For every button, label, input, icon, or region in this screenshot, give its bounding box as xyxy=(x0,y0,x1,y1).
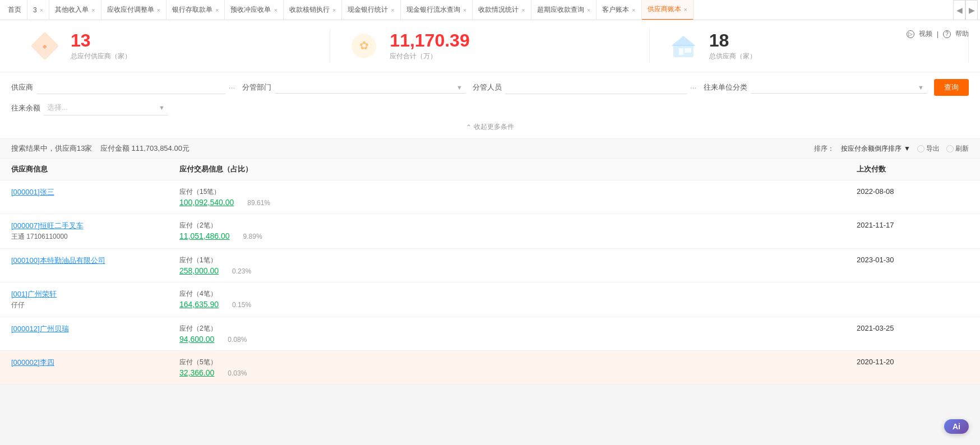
collapse-button[interactable]: ⌃ 收起更多条件 xyxy=(11,120,969,132)
nav-tab-3-label: 3 xyxy=(33,6,37,14)
payable-label: 应付（1笔） xyxy=(179,256,857,265)
last-pay-cell: 2023-01-30 xyxy=(857,256,969,264)
payable-label: 应付（4笔） xyxy=(179,289,857,299)
rice-icon: ✿ xyxy=(347,29,381,63)
refresh-button[interactable]: 刷新 xyxy=(946,144,969,154)
nav-tab-customer-account[interactable]: 客户账本 × xyxy=(597,0,641,20)
payable-amount[interactable]: 11,051,486.00 xyxy=(179,231,230,240)
last-pay-date: 2022-08-08 xyxy=(857,187,894,196)
supplier-link[interactable]: [000002]李四 xyxy=(11,358,179,368)
query-button[interactable]: 查询 xyxy=(934,79,969,96)
top-right-links: ▷ 视频 | ? 帮助 xyxy=(907,29,969,39)
nav-tab-cash-bank-stat-close[interactable]: × xyxy=(391,7,394,13)
table-header: 供应商信息 应付交易信息（占比） 上次付数 xyxy=(0,159,980,180)
dept-dropdown[interactable]: ▼ xyxy=(275,82,466,94)
payable-amount-row: 11,051,486.009.89% xyxy=(179,231,857,240)
nav-tab-supplier-account[interactable]: 供应商账本 × xyxy=(642,0,694,20)
nav-tab-cash-bank-flow-close[interactable]: × xyxy=(463,7,466,13)
nav-tab-prepay-collect-close[interactable]: × xyxy=(274,7,277,13)
nav-tab-collect-stat-label: 收款情况统计 xyxy=(478,5,519,15)
summary-card-suppliers-content: 13 总应付供应商（家） xyxy=(71,31,131,61)
nav-tab-collect-stat[interactable]: 收款情况统计 × xyxy=(473,0,531,20)
balance-placeholder: 选择... xyxy=(47,103,68,113)
table-row: [000012]广州贝瑞应付（2笔）94,600.000.08%2021-03-… xyxy=(0,317,980,351)
table-row: [000100]本特勤油品有限公司应付（1笔）258,000.000.23%20… xyxy=(0,249,980,282)
payable-amount[interactable]: 94,600.00 xyxy=(179,335,214,344)
payable-amount[interactable]: 32,366.00 xyxy=(179,368,214,377)
nav-tab-prepay-collect[interactable]: 预收冲应收单 × xyxy=(225,0,283,20)
payable-percent: 0.08% xyxy=(228,336,247,344)
nav-tab-overdue-query[interactable]: 超期应收款查询 × xyxy=(531,0,597,20)
balance-dropdown[interactable]: 选择... ▼ xyxy=(44,100,168,115)
last-pay-date: 2021-03-25 xyxy=(857,324,894,332)
supplier-link[interactable]: [000100]本特勤油品有限公司 xyxy=(11,256,179,266)
nav-tab-home[interactable]: 首页 xyxy=(2,0,27,20)
nav-tab-cash-bank-stat[interactable]: 现金银行统计 × xyxy=(342,0,400,20)
nav-tab-ar-adjust-close[interactable]: × xyxy=(157,7,160,13)
table-row: [000001]张三应付（15笔）100,092,540.0089.61%202… xyxy=(0,180,980,214)
nav-tab-supplier-account-label: 供应商账本 xyxy=(648,4,681,14)
supplier-link[interactable]: [000012]广州贝瑞 xyxy=(11,324,179,334)
nav-tab-bank-deposit-close[interactable]: × xyxy=(215,7,219,13)
table-row: [000007]恒旺二手叉车王通 17106110000应付（2笔）11,051… xyxy=(0,214,980,249)
person-dots-icon[interactable]: ··· xyxy=(690,83,697,92)
last-pay-cell: 2020-11-20 xyxy=(857,358,969,366)
data-table: 供应商信息 应付交易信息（占比） 上次付数 [000001]张三应付（15笔）1… xyxy=(0,159,980,384)
nav-tab-supplier-account-close[interactable]: × xyxy=(684,6,687,13)
balance-filter-label: 往来余额 xyxy=(11,103,40,113)
summary-card-suppliers: ◆ 13 总应付供应商（家） xyxy=(11,29,330,63)
supplier-link[interactable]: [000001]张三 xyxy=(11,187,179,197)
nav-tab-3[interactable]: 3 × xyxy=(27,0,49,20)
nav-tab-overdue-query-label: 超期应收款查询 xyxy=(537,5,584,15)
person-filter-label: 分管人员 xyxy=(473,82,502,92)
dept-chevron-icon: ▼ xyxy=(456,84,463,91)
nav-tab-other-income-close[interactable]: × xyxy=(91,7,95,13)
nav-tab-bank-deposit-label: 银行存取款单 xyxy=(172,5,212,15)
payable-amount[interactable]: 164,635.90 xyxy=(179,300,219,309)
sort-chevron-icon: ▼ xyxy=(904,145,910,152)
nav-tab-3-close[interactable]: × xyxy=(40,7,43,13)
sort-value-label: 按应付余额倒序排序 xyxy=(841,144,902,154)
top-navigation: 首页 3 × 其他收入单 × 应收应付调整单 × 银行存取款单 × 预收冲应收单… xyxy=(0,0,980,20)
person-filter-input[interactable] xyxy=(505,81,687,94)
nav-tab-overdue-query-close[interactable]: × xyxy=(587,7,590,13)
filter-balance: 往来余额 选择... ▼ xyxy=(11,100,168,115)
header-payable-info: 应付交易信息（占比） xyxy=(179,164,857,174)
supplier-cell: [000012]广州贝瑞 xyxy=(11,324,179,334)
filter-area: 供应商 ··· 分管部门 ▼ 分管人员 ··· 往来单位分类 ▼ 查询 往来 xyxy=(0,72,980,139)
nav-tab-ar-adjust-label: 应收应付调整单 xyxy=(107,5,154,15)
nav-tab-collect-stat-close[interactable]: × xyxy=(521,7,525,13)
payable-percent: 0.23% xyxy=(232,267,251,275)
payable-amount[interactable]: 100,092,540.00 xyxy=(179,198,234,207)
last-pay-date: 2023-01-30 xyxy=(857,256,894,264)
nav-tab-cash-bank-flow[interactable]: 现金银行流水查询 × xyxy=(401,0,473,20)
help-link[interactable]: 帮助 xyxy=(955,29,969,39)
last-pay-cell: 2021-03-25 xyxy=(857,324,969,332)
supplier-dots-icon[interactable]: ··· xyxy=(229,83,235,92)
supplier-cell: [000100]本特勤油品有限公司 xyxy=(11,256,179,266)
last-pay-date: 2020-11-20 xyxy=(857,358,894,366)
supplier-link[interactable]: [000007]恒旺二手叉车 xyxy=(11,221,179,231)
svg-text:✿: ✿ xyxy=(359,39,369,52)
supplier-link[interactable]: [001]广州荣轩 xyxy=(11,289,179,299)
nav-arrow-left[interactable]: ◀ xyxy=(953,0,965,20)
nav-tab-collect-check[interactable]: 收款核销执行 × xyxy=(284,0,342,20)
nav-tab-customer-account-close[interactable]: × xyxy=(632,7,635,13)
payable-amount[interactable]: 258,000.00 xyxy=(179,266,219,275)
nav-tab-other-income[interactable]: 其他收入单 × xyxy=(49,0,101,20)
unit-class-dropdown[interactable]: ▼ xyxy=(751,82,928,94)
nav-tab-ar-adjust[interactable]: 应收应付调整单 × xyxy=(101,0,167,20)
last-pay-cell: 2021-11-17 xyxy=(857,221,969,229)
nav-tab-bank-deposit[interactable]: 银行存取款单 × xyxy=(167,0,225,20)
nav-arrow-right[interactable]: ▶ xyxy=(965,0,978,20)
refresh-radio-icon xyxy=(946,145,954,152)
payable-total-num: 11,170.39 xyxy=(390,31,469,50)
nav-tab-collect-check-close[interactable]: × xyxy=(332,7,336,13)
refresh-label: 刷新 xyxy=(955,144,969,154)
supplier-filter-input[interactable] xyxy=(36,81,225,94)
export-button[interactable]: 导出 xyxy=(917,144,940,154)
video-link[interactable]: 视频 xyxy=(919,29,932,39)
sort-select-button[interactable]: 按应付余额倒序排序 ▼ xyxy=(841,144,910,154)
table-row: [001]广州荣轩仔仔应付（4笔）164,635.900.15% xyxy=(0,282,980,317)
svg-rect-6 xyxy=(679,48,683,55)
